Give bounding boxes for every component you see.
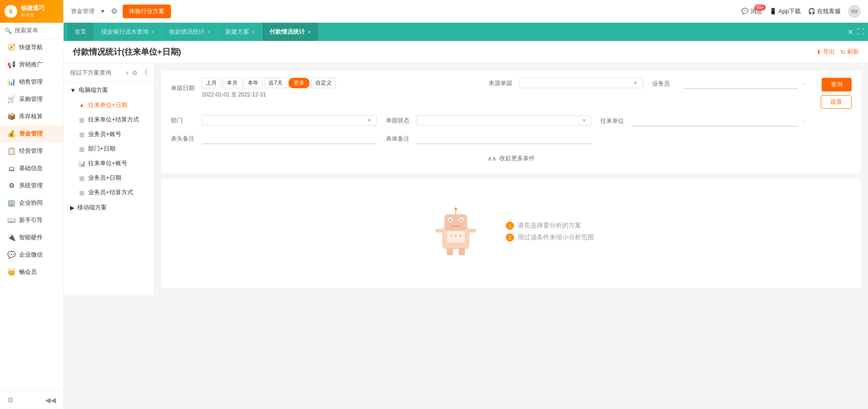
panel-collapse-button[interactable]: 《 [140,68,148,77]
svg-point-7 [454,207,457,210]
partner-date-icon: ● [78,101,85,109]
page-title: 付款情况统计(往来单位+日期) [73,46,181,57]
scheme-item-partner-date[interactable]: ● 往来单位+日期 [64,98,154,112]
dept-label: 部门 [171,116,198,125]
header-note-input[interactable] [202,133,377,144]
scheme-item-staff-account[interactable]: ▦ 业务员+账号 [64,127,154,141]
scheme-item-staff-date[interactable]: ▦ 业务员+日期 [64,171,154,185]
filter-area: 单据日期 上月 本月 本年 近7天 更多 自定义 20 [162,71,861,173]
system-icon: ⚙ [7,182,15,190]
body-note-filter: 表体备注 [386,133,592,144]
sidebar-item-weixin[interactable]: 💬 企业微信 [0,246,63,263]
staff-input[interactable] [683,78,798,89]
inner-layout: 按以下方案查询 + ⚙ 《 ▼ 电脑端方案 ● 往来单位+日期 [64,63,868,295]
scheme-item-staff-settlement[interactable]: ▦ 业务员+结算方式 [64,185,154,200]
sidebar-item-finance[interactable]: 💰 资金管理 [0,125,63,142]
tab-new-scheme-close[interactable]: × [252,29,254,35]
partner-filter: 往来单位 ··· [600,115,806,126]
tab-payment-close[interactable]: × [308,29,310,35]
tab-payment[interactable]: 付款情况统计 × [262,23,318,41]
source-select[interactable]: ▼ [519,78,643,88]
sidebar-item-vip[interactable]: 👑 畅会员 [0,263,63,281]
staff-dots[interactable]: ··· [802,81,806,87]
sidebar-item-hardware[interactable]: 🔌 智能硬件 [0,229,63,246]
app-download-button[interactable]: 📱 App下载 [769,7,801,15]
guide-icon: 📖 [7,216,15,224]
staff-date-icon: ▦ [78,174,85,182]
partner-label: 往来单位 [600,117,628,125]
dept-select-arrow: ▼ [367,118,372,123]
avatar[interactable]: Rit [848,5,861,18]
staff-label: 业务员 [652,80,679,88]
tab-new-scheme[interactable]: 新建方案 × [218,23,262,41]
sidebar-item-sales[interactable]: 📊 销售管理 [0,73,63,91]
body-note-input[interactable] [417,133,592,144]
collapse-more-button[interactable]: ∧∧ 收起更多条件 [171,151,852,166]
pc-scheme-group-title[interactable]: ▼ 电脑端方案 [64,82,154,98]
query-button[interactable]: 查询 [822,78,852,91]
breadcrumb-arrow[interactable]: ▼ [100,8,105,15]
search-menu[interactable]: 🔍 搜索菜单 [0,23,63,39]
filter-row-2: 部门 ▼ 单据状态 ▼ [171,115,852,126]
footer-collapse-icon[interactable]: ◀◀ [45,396,56,404]
sidebar-item-quick-nav[interactable]: 🧭 快捷导航 [0,39,63,56]
date-buttons: 上月 本月 本年 近7天 更多 自定义 [202,78,336,88]
date-range-value: 2022-01-01 至 2022-12-31 [202,91,336,99]
tab-bank[interactable]: 现金银行流水查询 × [94,23,162,41]
sidebar-item-basic[interactable]: 🗂 基础信息 [0,160,63,177]
sidebar-item-inventory[interactable]: 📦 库存核算 [0,108,63,125]
right-panel: 单据日期 上月 本月 本年 近7天 更多 自定义 20 [155,63,868,295]
date-btn-this-year[interactable]: 本年 [244,78,263,88]
dept-select[interactable]: ▼ [202,115,377,126]
hardware-icon: 🔌 [7,233,15,242]
date-btn-custom[interactable]: 自定义 [311,78,336,88]
date-btn-more[interactable]: 更多 [289,78,309,88]
tab-home[interactable]: 首页 [67,23,94,41]
tab-close-all-icon[interactable]: ✕ [848,28,853,36]
date-label: 单据日期 [171,84,198,92]
refresh-button[interactable]: ↻ 刷新 [840,48,859,56]
staff-settlement-icon: ▦ [78,189,85,196]
svg-point-4 [449,219,452,222]
footer-settings-icon[interactable]: ⚙ [7,396,14,404]
body-note-input-wrap [417,133,592,144]
add-scheme-icon[interactable]: + [125,69,129,76]
partner-dots[interactable]: ··· [802,118,806,124]
partner-input[interactable] [631,115,798,126]
date-btn-last-month[interactable]: 上月 [202,78,221,88]
scheme-item-partner-settlement[interactable]: ▦ 往来单位+结算方式 [64,112,154,127]
source-filter: 来源单据 ▼ [489,78,643,88]
sidebar-item-operation[interactable]: 📋 经营管理 [0,142,63,160]
scheme-item-dept-date[interactable]: ▦ 部门+日期 [64,141,154,156]
message-badge: 99+ [754,5,766,10]
topbar-settings-icon[interactable]: ⚙ [111,7,117,15]
date-btn-this-month[interactable]: 本月 [223,78,242,88]
empty-state: 1 请先选择要分析的方案 2 用过滤条件来缩小分析范围 [162,179,861,288]
sidebar-item-purchase[interactable]: 🛒 采购管理 [0,91,63,108]
vip-icon: 👑 [7,268,15,276]
filter-row-1: 单据日期 上月 本月 本年 近7天 更多 自定义 20 [171,78,852,109]
sidebar-item-marketing[interactable]: 📢 营销推广 [0,56,63,73]
scheme-item-partner-account[interactable]: 📊 往来单位+账号 [64,156,154,171]
export-icon: ⬆ [816,49,821,56]
pc-scheme-group: ▼ 电脑端方案 ● 往来单位+日期 ▦ 往来单位+结算方式 ▦ 业务员+账号 [64,82,154,200]
service-button[interactable]: 🎧 在线客服 [808,7,841,15]
mobile-scheme-group-title[interactable]: ▶ 移动端方案 [64,200,154,215]
tab-maximize-icon[interactable]: ⛶ [857,28,864,36]
scheme-settings-icon[interactable]: ⚙ [132,69,138,76]
sidebar-item-system[interactable]: ⚙ 系统管理 [0,177,63,194]
message-button[interactable]: 💬 消息 99+ [741,7,762,15]
sidebar-item-guide[interactable]: 📖 新手引导 [0,212,63,229]
tab-receipt-close[interactable]: × [207,29,210,35]
trial-button[interactable]: 体验行业方案 [123,5,171,18]
date-btn-last-7-days[interactable]: 近7天 [264,78,287,88]
tab-bank-close[interactable]: × [151,29,154,35]
export-button[interactable]: ⬆ 导出 [816,48,835,56]
svg-rect-8 [435,229,444,232]
filter-actions: 查询 设置 [815,78,852,109]
settings-button[interactable]: 设置 [821,95,852,109]
tab-receipt[interactable]: 收款情况统计 × [162,23,218,41]
left-panel-header: 按以下方案查询 + ⚙ 《 [64,63,154,82]
doc-status-select[interactable]: ▼ [417,115,592,126]
sidebar-item-enterprise[interactable]: 🏢 企业协同 [0,194,63,212]
